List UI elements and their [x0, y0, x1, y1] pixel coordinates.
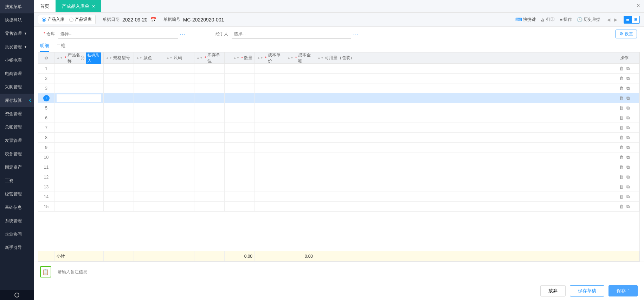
sidebar-item-11[interactable]: 税务管理: [0, 147, 34, 161]
table-row[interactable]: 13🗑⧉: [38, 182, 639, 192]
sidebar-item-14[interactable]: 经营管理: [0, 187, 34, 201]
table-row[interactable]: 15🗑⧉: [38, 202, 639, 212]
sidebar-item-13[interactable]: 工资: [0, 174, 34, 187]
sidebar-item-8[interactable]: 资金管理: [0, 107, 34, 120]
tab-detail[interactable]: 明细: [40, 43, 49, 52]
radio-product-out[interactable]: 产品退库: [69, 17, 92, 23]
shortcut-button[interactable]: ⌨ 快捷键: [515, 17, 536, 23]
handler-more[interactable]: ···: [353, 31, 359, 37]
copy-icon[interactable]: ⧉: [626, 76, 630, 81]
col-spec[interactable]: ▲▼规格型号: [104, 52, 134, 63]
table-row[interactable]: 6🗑⧉: [38, 113, 639, 123]
copy-icon[interactable]: ⧉: [626, 105, 630, 111]
sidebar-item-9[interactable]: 总账管理: [0, 120, 34, 134]
handler-input[interactable]: [232, 29, 351, 39]
sidebar-item-2[interactable]: 零售管理▼: [0, 27, 34, 40]
table-row[interactable]: 5🗑⧉: [38, 103, 639, 113]
delete-icon[interactable]: 🗑: [619, 194, 624, 200]
settings-button[interactable]: ⚙ 设置: [616, 30, 637, 38]
sidebar-item-15[interactable]: 基础信息: [0, 201, 34, 214]
sidebar-item-3[interactable]: 批发管理▼: [0, 40, 34, 54]
scan-badge[interactable]: 扫码录入: [86, 52, 101, 64]
discard-button[interactable]: 放弃: [540, 285, 566, 296]
save-draft-button[interactable]: 保存草稿: [570, 285, 604, 296]
table-row[interactable]: 3🗑⧉: [38, 83, 639, 93]
radio-product-in[interactable]: 产品入库: [42, 17, 64, 23]
copy-icon[interactable]: ⧉: [626, 194, 630, 200]
delete-icon[interactable]: 🗑: [619, 115, 624, 121]
history-button[interactable]: 🕓 历史单据: [577, 17, 600, 23]
product-cell-input[interactable]: [57, 94, 101, 102]
table-row[interactable]: 2🗑⧉: [38, 74, 639, 83]
warehouse-input[interactable]: [58, 29, 178, 39]
view-list[interactable]: ☰: [624, 16, 632, 23]
remarks-input[interactable]: [58, 269, 638, 274]
sidebar-item-10[interactable]: 发票管理: [0, 134, 34, 147]
col-unit[interactable]: ▲▼*库存单位: [194, 52, 225, 63]
copy-icon[interactable]: ⧉: [626, 135, 630, 140]
add-row-button[interactable]: +: [43, 95, 50, 101]
delete-icon[interactable]: 🗑: [619, 164, 624, 170]
date-value[interactable]: 2022-09-20: [122, 17, 148, 23]
delete-icon[interactable]: 🗑: [619, 145, 624, 150]
print-button[interactable]: 🖨 打印: [541, 17, 555, 23]
copy-icon[interactable]: ⧉: [626, 95, 630, 101]
sidebar-settings[interactable]: [0, 290, 34, 300]
delete-icon[interactable]: 🗑: [619, 66, 624, 71]
delete-icon[interactable]: 🗑: [619, 204, 624, 210]
copy-icon[interactable]: ⧉: [626, 204, 630, 210]
tab-home[interactable]: 首页: [34, 0, 56, 12]
table-row[interactable]: 9🗑⧉: [38, 143, 639, 152]
tabs-close-all[interactable]: ×: [635, 2, 642, 9]
col-cost-price[interactable]: ▲▼*成本单价: [255, 52, 285, 63]
col-available[interactable]: ▲▼可用量（包装）: [315, 52, 609, 63]
sidebar-item-18[interactable]: 新手引导: [0, 241, 34, 254]
delete-icon[interactable]: 🗑: [619, 86, 624, 91]
delete-icon[interactable]: 🗑: [619, 105, 624, 111]
save-button[interactable]: 保存 ˄: [608, 285, 638, 296]
copy-icon[interactable]: ⧉: [626, 164, 630, 170]
sidebar-item-16[interactable]: 系统管理: [0, 214, 34, 227]
sidebar-item-17[interactable]: 企业协同: [0, 227, 34, 241]
nav-next[interactable]: ▶: [612, 16, 619, 24]
table-row[interactable]: 14🗑⧉: [38, 192, 639, 202]
operate-button[interactable]: ≡ 操作: [560, 17, 572, 23]
table-row[interactable]: 8🗑⧉: [38, 133, 639, 143]
view-grid[interactable]: ⊞: [632, 16, 639, 23]
delete-icon[interactable]: 🗑: [619, 135, 624, 140]
sidebar-item-1[interactable]: 快捷导航: [0, 13, 34, 27]
copy-icon[interactable]: ⧉: [626, 145, 630, 150]
col-size[interactable]: ▲▼尺码: [164, 52, 194, 63]
copy-icon[interactable]: ⧉: [626, 174, 630, 180]
col-gear[interactable]: ⚙: [38, 52, 54, 63]
close-icon[interactable]: ×: [92, 4, 95, 9]
table-row[interactable]: 1🗑⧉: [38, 64, 639, 74]
delete-icon[interactable]: 🗑: [619, 174, 624, 180]
col-product[interactable]: ▲▼ *产品名称 ? 扫码录入: [54, 52, 104, 63]
col-color[interactable]: ▲▼颜色: [134, 52, 164, 63]
warehouse-more[interactable]: ···: [180, 31, 186, 37]
delete-icon[interactable]: 🗑: [619, 155, 624, 160]
col-cost-amount[interactable]: ▲▼*成本金额: [285, 52, 315, 63]
copy-icon[interactable]: ⧉: [626, 184, 630, 190]
tab-active[interactable]: 产成品入库单 ×: [56, 0, 101, 12]
copy-icon[interactable]: ⧉: [626, 125, 630, 131]
table-row[interactable]: +🗑⧉: [38, 93, 639, 103]
calendar-icon[interactable]: 📅: [150, 17, 156, 23]
col-qty[interactable]: ▲▼*数量: [225, 52, 255, 63]
copy-icon[interactable]: ⧉: [626, 115, 630, 121]
delete-icon[interactable]: 🗑: [619, 95, 624, 101]
table-row[interactable]: 11🗑⧉: [38, 162, 639, 172]
sidebar-item-4[interactable]: 小畅电商: [0, 54, 34, 67]
sidebar-item-12[interactable]: 固定资产: [0, 161, 34, 174]
copy-icon[interactable]: ⧉: [626, 66, 630, 71]
sidebar-item-6[interactable]: 采购管理: [0, 80, 34, 94]
table-row[interactable]: 7🗑⧉: [38, 123, 639, 133]
delete-icon[interactable]: 🗑: [619, 184, 624, 190]
tab-two-dim[interactable]: 二维: [56, 43, 65, 52]
table-row[interactable]: 12🗑⧉: [38, 172, 639, 182]
delete-icon[interactable]: 🗑: [619, 76, 624, 81]
sidebar-item-5[interactable]: 电商管理: [0, 67, 34, 80]
sidebar-item-0[interactable]: 搜索菜单: [0, 0, 34, 13]
table-row[interactable]: 10🗑⧉: [38, 152, 639, 162]
